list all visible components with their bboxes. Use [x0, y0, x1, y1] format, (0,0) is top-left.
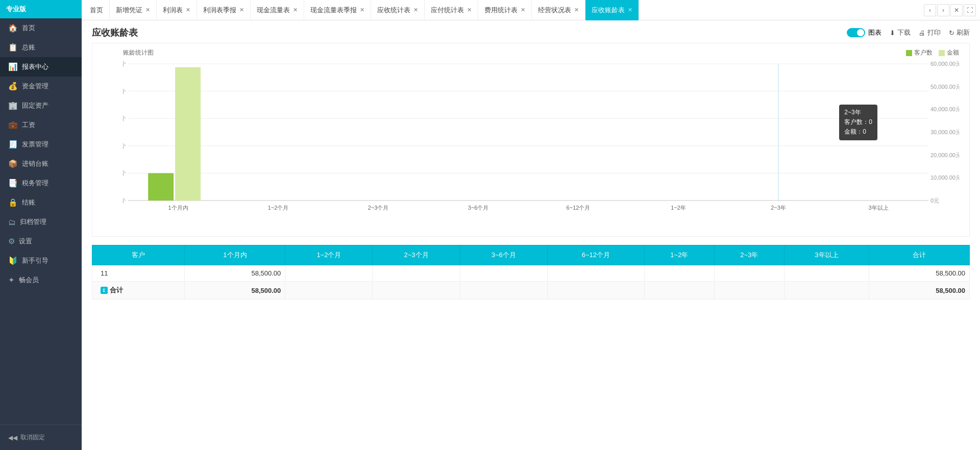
col-header-9: 合计	[869, 245, 970, 265]
tab-next-btn[interactable]: ›	[937, 4, 949, 16]
tab-cashflow[interactable]: 现金流量表✕	[251, 0, 304, 20]
tab-label-profit: 利润表	[163, 6, 183, 15]
table-row: 1158,500.0058,500.00	[92, 265, 970, 282]
sidebar-label-invoice: 发票管理	[22, 140, 48, 149]
col-header-4: 3~6个月	[460, 245, 547, 265]
cell-0-6	[644, 265, 714, 282]
tab-expense-stat[interactable]: 费用统计表✕	[478, 0, 532, 20]
sidebar-item-guide[interactable]: 🔰新手引导	[0, 251, 82, 270]
svg-rect-21	[175, 67, 201, 201]
download-btn[interactable]: ⬇ 下载	[890, 28, 911, 37]
svg-text:2个: 2个	[123, 143, 126, 149]
total-cell-5	[547, 282, 644, 299]
tab-close-profit[interactable]: ✕	[186, 7, 190, 13]
tab-close-all-btn[interactable]: ✕	[950, 4, 963, 16]
col-header-3: 2~3个月	[373, 245, 460, 265]
cell-0-3	[373, 265, 460, 282]
tab-aging[interactable]: 应收账龄表✕	[585, 0, 639, 20]
tab-close-cashflow[interactable]: ✕	[293, 7, 298, 13]
sidebar-label-archive: 归档管理	[20, 217, 46, 227]
tab-expand-btn[interactable]: ⛶	[964, 4, 976, 16]
svg-text:3个: 3个	[123, 115, 126, 121]
sidebar-item-ledger[interactable]: 📋总账	[0, 38, 82, 57]
tab-operation-stat[interactable]: 经营状况表✕	[532, 0, 585, 20]
col-header-1: 1个月内	[185, 245, 285, 265]
sidebar-item-member[interactable]: ✦畅会员	[0, 270, 82, 290]
cell-0-2	[285, 265, 373, 282]
tab-bar: 首页新增凭证✕利润表✕利润表季报✕现金流量表✕现金流量表季报✕应收统计表✕应付统…	[82, 0, 980, 20]
toggle-track[interactable]	[847, 28, 865, 37]
refresh-icon: ↻	[949, 29, 954, 37]
tab-close-profit-quarterly[interactable]: ✕	[239, 7, 244, 13]
sidebar-item-fund[interactable]: 💰资金管理	[0, 77, 82, 96]
tab-label-aging: 应收账龄表	[592, 6, 625, 15]
tab-profit-quarterly[interactable]: 利润表季报✕	[197, 0, 251, 20]
chart-toggle[interactable]: 图表	[847, 28, 881, 37]
refresh-btn[interactable]: ↻ 刷新	[949, 28, 970, 37]
tab-label-receivable-stat: 应收统计表	[377, 6, 410, 15]
tab-close-aging[interactable]: ✕	[628, 7, 632, 13]
sidebar-label-guide: 新手引导	[22, 256, 48, 265]
tab-home[interactable]: 首页	[84, 0, 110, 20]
report-icon: 📊	[8, 62, 18, 71]
aging-table: 客户1个月内1~2个月2~3个月3~6个月6~12个月1~2年2~3年3年以上合…	[92, 245, 970, 299]
sidebar-label-salary: 工资	[22, 120, 35, 130]
svg-text:1~2个月: 1~2个月	[268, 205, 289, 211]
table-container: 客户1个月内1~2个月2~3个月3~6个月6~12个月1~2年2~3年3年以上合…	[92, 245, 970, 299]
tab-label-expense-stat: 费用统计表	[484, 6, 518, 15]
tab-label-cashflow: 现金流量表	[257, 6, 290, 15]
sidebar-item-salary[interactable]: 💼工资	[0, 115, 82, 135]
tab-prev-btn[interactable]: ‹	[924, 4, 936, 16]
tab-close-operation-stat[interactable]: ✕	[574, 7, 579, 13]
sidebar-item-report[interactable]: 📊报表中心	[0, 57, 82, 77]
sidebar-item-close[interactable]: 🔒结账	[0, 193, 82, 212]
collapse-icon: ◀◀	[8, 434, 17, 441]
sidebar-label-home: 首页	[22, 23, 35, 33]
cell-0-7	[714, 265, 784, 282]
main-area: 首页新增凭证✕利润表✕利润表季报✕现金流量表✕现金流量表季报✕应收统计表✕应付统…	[82, 0, 980, 450]
sidebar-item-tax[interactable]: 📑税务管理	[0, 173, 82, 193]
svg-text:1~2年: 1~2年	[671, 205, 686, 211]
tab-payable-stat[interactable]: 应付统计表✕	[425, 0, 478, 20]
print-btn[interactable]: 🖨 打印	[919, 28, 941, 37]
tab-profit[interactable]: 利润表✕	[157, 0, 197, 20]
cell-0-4	[460, 265, 547, 282]
tab-close-new-voucher[interactable]: ✕	[145, 7, 150, 13]
tab-close-payable-stat[interactable]: ✕	[467, 7, 472, 13]
col-header-7: 2~3年	[714, 245, 784, 265]
sidebar-item-purchase[interactable]: 📦进销台账	[0, 154, 82, 173]
total-row: Σ合计58,500.0058,500.00	[92, 282, 970, 299]
svg-text:1个: 1个	[123, 170, 126, 176]
svg-text:2~3年: 2~3年	[771, 205, 786, 211]
collapse-sidebar-btn[interactable]: ◀◀ 取消固定	[0, 429, 82, 446]
legend-amount: 金额	[939, 48, 959, 57]
sidebar-item-home[interactable]: 🏠首页	[0, 18, 82, 38]
fund-icon: 💰	[8, 82, 18, 91]
cell-0-1: 58,500.00	[185, 265, 285, 282]
table-body: 1158,500.0058,500.00Σ合计58,500.0058,500.0…	[92, 265, 970, 299]
sidebar-item-archive[interactable]: 🗂归档管理	[0, 212, 82, 232]
total-cell-9: 58,500.00	[869, 282, 970, 299]
total-cell-3	[373, 282, 460, 299]
cell-0-8	[784, 265, 869, 282]
member-icon: ✦	[8, 276, 15, 285]
svg-text:10,000.00元: 10,000.00元	[930, 174, 959, 181]
tab-cashflow-quarterly[interactable]: 现金流量表季报✕	[304, 0, 371, 20]
print-icon: 🖨	[919, 29, 925, 37]
tab-new-voucher[interactable]: 新增凭证✕	[110, 0, 157, 20]
tab-close-cashflow-quarterly[interactable]: ✕	[360, 7, 364, 13]
total-cell-2	[285, 282, 373, 299]
app-logo: 专业版	[0, 0, 82, 18]
tab-close-receivable-stat[interactable]: ✕	[413, 7, 418, 13]
salary-icon: 💼	[8, 120, 18, 130]
tab-close-expense-stat[interactable]: ✕	[521, 7, 525, 13]
chart-svg-wrap: 0个1个2个3个4个5个0元10,000.00元20,000.00元30,000…	[123, 59, 959, 216]
tab-receivable-stat[interactable]: 应收统计表✕	[371, 0, 425, 20]
sidebar-item-fixed[interactable]: 🏢固定资产	[0, 96, 82, 115]
svg-text:0个: 0个	[123, 197, 126, 204]
svg-text:5个: 5个	[123, 61, 126, 67]
sidebar-item-invoice[interactable]: 🧾发票管理	[0, 135, 82, 154]
sidebar-item-settings[interactable]: ⚙设置	[0, 232, 82, 251]
legend-customers-dot	[906, 50, 912, 56]
toggle-thumb	[857, 29, 864, 36]
